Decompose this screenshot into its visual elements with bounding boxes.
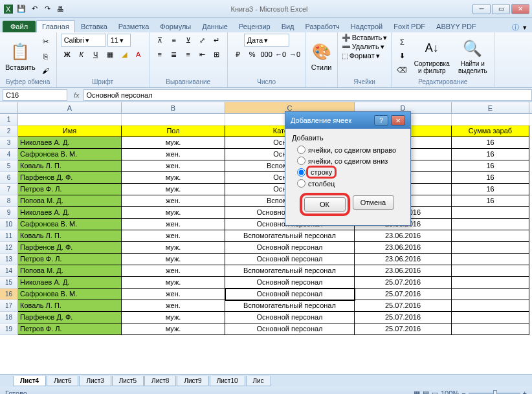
cell[interactable]: 25.07.2016 [355, 323, 452, 335]
align-top-icon[interactable]: ⊼ [153, 34, 166, 47]
cell[interactable]: 16 [452, 195, 529, 207]
sheet-tab[interactable]: Лист4 [13, 376, 46, 386]
underline-icon[interactable]: Ч [89, 48, 102, 61]
cell[interactable]: Сумма зараб [452, 126, 529, 137]
cell[interactable]: Пол [122, 126, 225, 137]
cell[interactable]: 23.06.2016 [355, 265, 452, 277]
font-size-combo[interactable]: 11▾ [107, 34, 131, 47]
row-header[interactable]: 4 [0, 149, 18, 160]
formula-input[interactable]: Основной персонал [83, 89, 532, 101]
cell[interactable]: Коваль Л. П. [18, 160, 122, 172]
cell[interactable]: Основной персонал [225, 277, 355, 289]
cell[interactable]: Парфенов Д. Ф. [18, 312, 122, 323]
sheet-tab[interactable]: Лист6 [47, 376, 78, 386]
cell[interactable] [452, 277, 529, 289]
cell[interactable]: Основной персонал [225, 323, 355, 335]
cell[interactable] [452, 312, 529, 323]
insert-cells-button[interactable]: ➕Вставить▾ [342, 34, 388, 42]
align-right-icon[interactable]: ≡ [182, 48, 195, 61]
tab-addins[interactable]: Надстрой [346, 21, 388, 32]
cell[interactable]: Николаев А. Д. [18, 277, 122, 289]
cell[interactable] [452, 207, 529, 219]
zoom-out-icon[interactable]: − [461, 389, 465, 394]
cell[interactable] [18, 114, 122, 126]
row-header[interactable]: 18 [0, 312, 18, 323]
cell[interactable]: Парфенов Д. Ф. [18, 172, 122, 184]
border-icon[interactable]: ▦ [104, 48, 116, 61]
tab-abbyy[interactable]: ABBYY PDF [431, 21, 482, 32]
row-header[interactable]: 7 [0, 184, 18, 195]
cell[interactable]: жен. [122, 219, 225, 230]
align-left-icon[interactable]: ≡ [153, 48, 166, 61]
tab-review[interactable]: Рецензир [234, 21, 276, 32]
cell[interactable]: 25.07.2016 [355, 312, 452, 323]
cell[interactable]: муж. [122, 312, 225, 323]
delete-cells-button[interactable]: ➖Удалить▾ [342, 43, 384, 51]
cell[interactable]: Петров Ф. Л. [18, 323, 122, 335]
tab-data[interactable]: Данные [197, 21, 233, 32]
currency-icon[interactable]: ₽ [232, 48, 245, 61]
format-cells-button[interactable]: ⬚Формат▾ [342, 52, 380, 60]
cell[interactable]: 23.06.2016 [355, 230, 452, 242]
ok-button[interactable]: ОК [304, 197, 346, 212]
radio-entire-column[interactable]: столбец [292, 178, 404, 189]
orientation-icon[interactable]: ⤢ [196, 34, 209, 47]
cell[interactable] [452, 300, 529, 312]
cell[interactable]: Парфенов Д. Ф. [18, 242, 122, 254]
radio-shift-down[interactable]: ячейки, со сдвигом вниз [292, 155, 404, 166]
excel-icon[interactable]: X [3, 3, 14, 15]
fill-icon[interactable]: ⬇ [395, 50, 408, 63]
align-middle-icon[interactable]: ≡ [168, 34, 181, 47]
cell[interactable]: Имя [18, 126, 122, 137]
cell[interactable]: 16 [452, 172, 529, 184]
cut-icon[interactable]: ✂ [39, 36, 52, 49]
cell[interactable]: муж. [122, 207, 225, 219]
number-format-combo[interactable]: Дата▾ [244, 34, 289, 47]
dialog-help-icon[interactable]: ? [374, 115, 388, 126]
cell[interactable]: Основной персонал [225, 289, 355, 300]
copy-icon[interactable]: ⎘ [39, 50, 52, 63]
column-header-E[interactable]: E [452, 102, 529, 113]
row-header[interactable]: 8 [0, 195, 18, 207]
minimize-button[interactable]: ─ [472, 4, 491, 14]
redo-icon[interactable]: ↷ [41, 3, 53, 15]
cell[interactable]: жен. [122, 289, 225, 300]
help-icon[interactable]: ⓘ [512, 23, 519, 32]
radio-entire-row[interactable]: строку [292, 166, 404, 178]
row-header[interactable]: 16 [0, 289, 18, 300]
cell[interactable]: жен. [122, 230, 225, 242]
format-painter-icon[interactable]: 🖌 [39, 64, 52, 77]
cell[interactable]: Николаев А. Д. [18, 137, 122, 149]
view-break-icon[interactable]: ▭ [432, 389, 438, 395]
print-icon[interactable]: 🖶 [54, 3, 66, 15]
cell[interactable]: жен. [122, 195, 225, 207]
tab-view[interactable]: Вид [276, 21, 300, 32]
sort-filter-button[interactable]: A↓ Сортировка и фильтр [411, 37, 452, 76]
cell[interactable]: 25.07.2016 [355, 277, 452, 289]
spreadsheet-grid[interactable]: ABCDE 12ИмяПолКатегорияСумма зараб3Никол… [0, 102, 532, 374]
cell[interactable]: муж. [122, 254, 225, 265]
tab-dev[interactable]: Разработч [300, 21, 345, 32]
cell[interactable]: Попова М. Д. [18, 195, 122, 207]
sheet-tab[interactable]: Лис [246, 376, 271, 386]
view-normal-icon[interactable]: ▦ [414, 389, 420, 395]
cell[interactable]: Петров Ф. Л. [18, 184, 122, 195]
radio-shift-right[interactable]: ячейки, со сдвигом вправо [292, 144, 404, 155]
row-header[interactable]: 14 [0, 265, 18, 277]
view-layout-icon[interactable]: ▤ [423, 389, 429, 395]
sheet-tab[interactable]: Лист3 [79, 376, 111, 386]
row-header[interactable]: 19 [0, 323, 18, 335]
percent-icon[interactable]: % [246, 48, 259, 61]
cell[interactable]: жен. [122, 265, 225, 277]
cell[interactable]: Вспомогательный персонал [225, 230, 355, 242]
cell[interactable]: Петров Ф. Л. [18, 254, 122, 265]
comma-icon[interactable]: 000 [260, 48, 273, 61]
tab-insert[interactable]: Вставка [76, 21, 113, 32]
cell[interactable] [452, 265, 529, 277]
cell[interactable] [452, 323, 529, 335]
italic-icon[interactable]: К [75, 48, 88, 61]
cell[interactable]: Сафронова В. М. [18, 289, 122, 300]
tab-formulas[interactable]: Формулы [155, 21, 196, 32]
cell[interactable]: муж. [122, 242, 225, 254]
row-header[interactable]: 13 [0, 254, 18, 265]
